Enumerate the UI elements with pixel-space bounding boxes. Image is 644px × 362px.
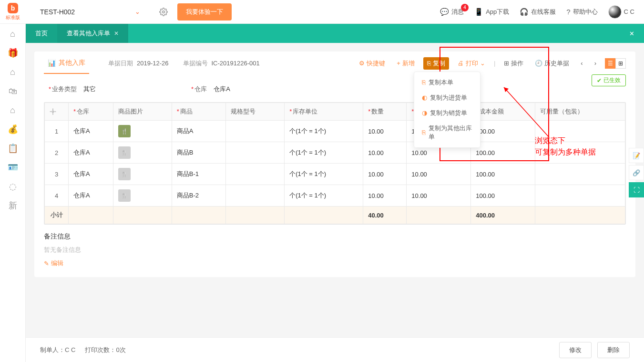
logo-label: 标准版 [6,14,20,21]
top-header: b 标准版 TEST-H002 ⌄ 我要体验一下 💬 消息 4 📱 App下载 … [0,0,644,24]
doc-date: 单据日期2019-12-26 [108,59,169,68]
view-card-button[interactable]: ⊞ [615,58,626,69]
shortcut-button[interactable]: ⚙ 快捷键 [356,57,388,70]
message-icon: 💬 [440,8,449,16]
add-button[interactable]: + 新增 [394,57,418,70]
gear-column[interactable] [45,103,69,121]
history-icon: 🕘 [535,60,542,67]
plus-icon: + [397,60,400,67]
next-button[interactable]: › [592,58,599,69]
delete-button[interactable]: 删除 [597,342,630,358]
product-thumb: 🍴 [118,168,131,180]
outbound-icon: ⎘ [422,129,426,136]
col-amount: *成本金额 [471,103,535,121]
logo[interactable]: b 标准版 [0,3,26,21]
items-table: *仓库 商品图片 *商品 规格型号 *库存单位 *数量 *成本单价 *成本金额 … [44,103,625,224]
footer: 制单人：C C 打印次数：0次 修改 删除 [26,337,644,362]
help-center-link[interactable]: ? 帮助中心 [566,8,597,16]
nav-ring-icon[interactable]: ◌ [8,181,18,192]
chevron-down-icon: ⌄ [135,8,140,15]
table-row[interactable]: 1 仓库A 🍴 商品A 个(1个 = 1个) 10.00 10.00 100.0… [45,121,625,142]
chevron-left-icon: ‹ [581,60,583,67]
headset-icon: 🎧 [520,8,529,16]
table-row[interactable]: 4 仓库A 🍴 商品B-2 个(1个 = 1个) 10.00 10.00 100… [45,185,625,207]
sales-icon: ◑ [422,109,427,116]
nav-home-icon[interactable]: ⌂ [8,29,18,39]
try-button[interactable]: 我要体验一下 [177,3,232,21]
nav-bag-icon[interactable]: 🛍 [8,86,18,96]
view-list-button[interactable]: ☰ [605,58,615,69]
remark-empty: 暂无备注信息 [44,246,626,254]
gear-icon: ⚙ [359,60,365,67]
main-card: 📊 其他入库 单据日期2019-12-26 单据编号IC-20191226-00… [34,52,635,277]
copy-button[interactable]: ⎘ 复制 [423,57,449,70]
grid-icon: ⊞ [504,60,509,67]
app-download-link[interactable]: 📱 App下载 [474,8,509,16]
close-all-tabs-icon[interactable]: ✕ [624,26,639,41]
col-spec: 规格型号 [226,103,285,121]
messages-link[interactable]: 💬 消息 4 [440,8,464,16]
modify-button[interactable]: 修改 [559,342,592,358]
status-badge[interactable]: ✔ 已生效 [592,74,626,86]
col-available: 可用量（包装） [535,103,625,121]
float-link-icon[interactable]: 🔗 [629,165,644,180]
history-button[interactable]: 🕘 历史单据 [532,57,572,70]
page-tab[interactable]: 📊 其他入库 [44,53,89,74]
nav-id-icon[interactable]: 🪪 [8,162,18,173]
product-thumb: 🍴 [118,125,131,137]
warehouse-field: *仓库 仓库A [191,85,230,93]
close-icon[interactable]: ✕ [114,30,119,37]
nav-clipboard-icon[interactable]: 📋 [8,143,18,154]
avatar [608,5,622,19]
copy-icon: ⎘ [422,79,426,86]
tab-current[interactable]: 查看其他入库单 ✕ [57,24,128,43]
inbound-icon: 📊 [48,59,56,67]
mobile-icon: 📱 [474,8,483,16]
nav-house-icon[interactable]: ⌂ [8,67,18,77]
col-unit: *库存单位 [285,103,363,121]
nav-money-icon[interactable]: 💰 [8,124,18,134]
nav-gift-icon[interactable]: 🎁 [8,48,18,58]
product-thumb: 🍴 [118,189,131,202]
edit-remark-button[interactable]: ✎ 编辑 [44,259,63,268]
table-row[interactable]: 2 仓库A 🍴 商品B 个(1个 = 1个) 10.00 10.00 100.0… [45,142,625,164]
table-row[interactable]: 3 仓库A 🍴 商品B-1 个(1个 = 1个) 10.00 10.00 100… [45,164,625,185]
svg-point-1 [52,111,54,113]
tabs-bar: 首页 查看其他入库单 ✕ ✕ [26,24,644,43]
purchase-icon: ◐ [422,94,427,101]
copy-this-item[interactable]: ⎘复制本单 [414,75,480,90]
edit-icon: ✎ [44,260,49,267]
gear-icon[interactable] [159,8,168,16]
float-note-icon[interactable]: 📝 [629,148,644,163]
remark-title: 备注信息 [44,232,626,241]
maker-info: 制单人：C C [40,346,75,354]
nav-new-icon[interactable]: 新 [8,200,18,211]
operate-button[interactable]: ⊞ 操作 [501,57,526,70]
online-service-link[interactable]: 🎧 在线客服 [520,8,556,16]
org-name: TEST-H002 [40,8,75,16]
copy-as-other-out-item[interactable]: ⎘复制为其他出库单 [414,121,480,145]
copy-as-purchase-item[interactable]: ◐复制为进货单 [414,90,480,105]
col-product: *商品 [172,103,225,121]
float-expand-icon[interactable]: ⛶ [629,182,644,197]
col-image: 商品图片 [113,103,172,121]
user-menu[interactable]: C C [608,5,634,19]
nav-warehouse-icon[interactable]: ⌂ [8,105,18,115]
biztype-field: *业务类型 其它 [49,85,96,93]
chevron-down-icon: ⌄ [480,60,485,67]
left-nav: ⌂ 🎁 ⌂ 🛍 ⌂ 💰 📋 🪪 ◌ 新 [0,24,26,362]
right-float-toolbar: 📝 🔗 ⛶ [629,148,644,197]
copy-as-sales-item[interactable]: ◑复制为销货单 [414,105,480,121]
col-qty: *数量 [363,103,407,121]
doc-code: 单据编号IC-20191226-001 [183,59,260,68]
chevron-right-icon: › [594,60,596,67]
product-thumb: 🍴 [118,146,131,159]
org-selector[interactable]: TEST-H002 ⌄ [26,8,150,16]
subtotal-row: 小计 40.00 400.00 [45,207,625,224]
print-button[interactable]: 🖨 打印 ⌄ [455,57,488,70]
print-count: 打印次数：0次 [85,346,125,354]
logo-icon: b [8,3,18,13]
tab-home[interactable]: 首页 [26,24,57,43]
copy-icon: ⎘ [427,60,431,67]
prev-button[interactable]: ‹ [578,58,585,69]
